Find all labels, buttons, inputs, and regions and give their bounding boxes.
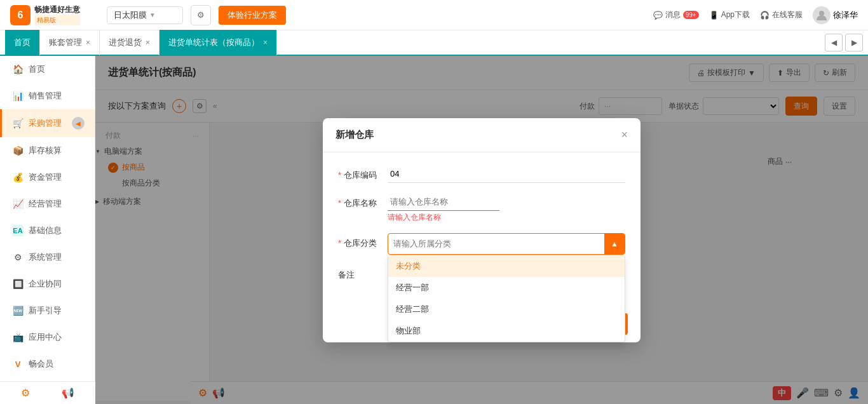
- category-dropdown: 未分类 经营一部 经营二部 物业部: [388, 255, 625, 342]
- sidebar-item-basic-info[interactable]: EA 基础信息: [0, 217, 95, 244]
- tab-prev-button[interactable]: ◀: [825, 34, 843, 51]
- user-name: 徐泽华: [833, 10, 858, 21]
- tab-close-purchase-return[interactable]: ×: [146, 38, 150, 47]
- category-option-1[interactable]: 经营一部: [388, 277, 625, 299]
- sidebar-item-app-center[interactable]: 📺 应用中心: [0, 324, 95, 351]
- logo-area: 6 畅捷通好生意 精易版: [10, 4, 99, 25]
- message-icon: 💬: [653, 11, 663, 20]
- category-label: * 仓库分类: [338, 233, 383, 249]
- app-download-button[interactable]: 📱 App下载: [709, 10, 750, 20]
- sidebar-speaker-icon[interactable]: 📢: [62, 387, 74, 399]
- sidebar-item-sales[interactable]: 📊 销售管理: [0, 83, 95, 109]
- sidebar-label-purchase: 采购管理: [29, 118, 62, 129]
- name-label: * 仓库名称: [338, 193, 383, 209]
- mobile-icon: 📱: [709, 11, 719, 20]
- category-option-2[interactable]: 经营二部: [388, 299, 625, 320]
- sales-icon: 📊: [12, 90, 24, 102]
- sidebar-settings-icon[interactable]: ⚙: [21, 387, 30, 399]
- purchase-icon: 🛒: [12, 118, 24, 129]
- sidebar-label-system: 系统管理: [29, 252, 62, 263]
- member-icon: V: [12, 358, 24, 370]
- sidebar-label-collab: 企业协同: [29, 278, 62, 290]
- online-service-button[interactable]: 🎧 在线客服: [760, 10, 803, 20]
- app-center-icon: 📺: [12, 332, 24, 343]
- name-field-wrapper: 请输入仓库名称: [388, 193, 625, 223]
- warehouse-code-input[interactable]: [388, 165, 625, 183]
- home-icon: 🏠: [12, 64, 24, 75]
- trial-button[interactable]: 体验行业方案: [219, 6, 286, 25]
- sidebar-collapse-btn[interactable]: ◀: [72, 117, 85, 130]
- sidebar-item-member[interactable]: V 畅会员: [0, 351, 95, 377]
- warehouse-name-field: * 仓库名称 请输入仓库名称: [338, 193, 625, 223]
- warehouse-name-input[interactable]: [388, 193, 499, 211]
- sidebar-item-finance[interactable]: 💰 资金管理: [0, 164, 95, 191]
- category-option-3[interactable]: 物业部: [388, 320, 625, 342]
- inventory-icon: 📦: [12, 145, 24, 156]
- content-area: 进货单统计(按商品) 🖨 按模板打印 ▼ ⬆ 导出 ↻ 刷新 按以下方案查询: [95, 56, 868, 404]
- settings-icon[interactable]: ⚙: [191, 5, 211, 25]
- logo-text: 畅捷通好生意 精易版: [34, 4, 80, 25]
- basic-info-icon: EA: [12, 225, 24, 236]
- sidebar-label-home: 首页: [29, 64, 45, 75]
- message-badge: 99+: [683, 11, 699, 19]
- sidebar-item-purchase[interactable]: 🛒 采购管理 ◀: [0, 109, 95, 137]
- sidebar-label-guide: 新手引导: [29, 305, 62, 316]
- sidebar-label-operations: 经营管理: [29, 198, 62, 210]
- sidebar-label-sales: 销售管理: [29, 90, 62, 102]
- top-header: 6 畅捷通好生意 精易版 日太阳膜 ▼ ⚙ 体验行业方案 💬 消息 99+ 📱 …: [0, 0, 868, 30]
- warehouse-category-field: * 仓库分类 ▲ 未分类 经营一部 经营二部 物业部: [338, 233, 625, 255]
- code-label: * 仓库编码: [338, 165, 383, 181]
- store-dropdown-arrow: ▼: [149, 11, 156, 18]
- sidebar-item-system[interactable]: ⚙ 系统管理: [0, 244, 95, 271]
- sidebar-label-finance: 资金管理: [29, 172, 62, 183]
- avatar: [813, 6, 831, 24]
- user-menu[interactable]: 徐泽华: [813, 6, 858, 24]
- add-warehouse-modal: 新增仓库 × * 仓库编码 * 仓库名称: [323, 118, 641, 342]
- note-label: 备注: [338, 265, 383, 281]
- name-error-msg: 请输入仓库名称: [388, 212, 625, 223]
- category-input-row: ▲: [388, 233, 625, 255]
- modal-close-button[interactable]: ×: [621, 128, 628, 142]
- sidebar-item-home[interactable]: 🏠 首页: [0, 56, 95, 83]
- purchase-stats-tab-label: 进货单统计表（按商品）: [168, 37, 259, 48]
- finance-icon: 💰: [12, 172, 24, 183]
- tab-bar: 首页 账套管理 × 进货退货 × 进货单统计表（按商品） × ◀ ▶: [0, 30, 868, 56]
- collab-icon: 🔲: [12, 278, 24, 290]
- header-right: 💬 消息 99+ 📱 App下载 🎧 在线客服 徐泽华: [653, 6, 858, 24]
- operations-icon: 📈: [12, 198, 24, 210]
- store-name: 日太阳膜: [114, 10, 147, 21]
- headset-icon: 🎧: [760, 11, 770, 20]
- modal-header: 新增仓库 ×: [323, 118, 641, 152]
- sidebar-label-app-center: 应用中心: [29, 332, 62, 343]
- logo-icon: 6: [10, 5, 31, 25]
- sidebar-label-basic-info: 基础信息: [29, 225, 62, 236]
- tab-purchase-stats[interactable]: 进货单统计表（按商品） ×: [159, 30, 277, 55]
- home-tab-label: 首页: [14, 37, 31, 48]
- tab-close-purchase-stats[interactable]: ×: [263, 38, 268, 47]
- category-input[interactable]: [388, 235, 604, 252]
- system-icon: ⚙: [12, 252, 24, 263]
- accounts-tab-label: 账套管理: [49, 37, 82, 48]
- tab-next-button[interactable]: ▶: [845, 34, 863, 51]
- logo-badge: 精易版: [34, 15, 80, 25]
- main-layout: 🏠 首页 📊 销售管理 🛒 采购管理 ◀ 📦 库存核算 💰 资金管理 📈 经营管…: [0, 56, 868, 404]
- sidebar-bottom: ⚙ 📢: [0, 381, 95, 404]
- tab-home[interactable]: 首页: [5, 30, 40, 55]
- tab-controls: ◀ ▶: [825, 34, 863, 51]
- guide-icon: 🆕: [12, 305, 24, 316]
- sidebar-item-collab[interactable]: 🔲 企业协同: [0, 271, 95, 297]
- sidebar: 🏠 首页 📊 销售管理 🛒 采购管理 ◀ 📦 库存核算 💰 资金管理 📈 经营管…: [0, 56, 95, 404]
- sidebar-item-operations[interactable]: 📈 经营管理: [0, 191, 95, 217]
- category-option-0[interactable]: 未分类: [388, 255, 625, 277]
- tab-accounts[interactable]: 账套管理 ×: [40, 30, 100, 55]
- sidebar-item-inventory[interactable]: 📦 库存核算: [0, 137, 95, 164]
- sidebar-item-guide[interactable]: 🆕 新手引导: [0, 297, 95, 324]
- svg-point-0: [819, 11, 824, 16]
- store-selector[interactable]: 日太阳膜 ▼: [107, 6, 183, 24]
- tab-close-accounts[interactable]: ×: [86, 38, 90, 47]
- sidebar-label-inventory: 库存核算: [29, 145, 62, 156]
- category-dropdown-toggle[interactable]: ▲: [604, 234, 625, 254]
- warehouse-code-field: * 仓库编码: [338, 165, 625, 183]
- tab-purchase-return[interactable]: 进货退货 ×: [100, 30, 159, 55]
- messages-button[interactable]: 💬 消息 99+: [653, 10, 699, 20]
